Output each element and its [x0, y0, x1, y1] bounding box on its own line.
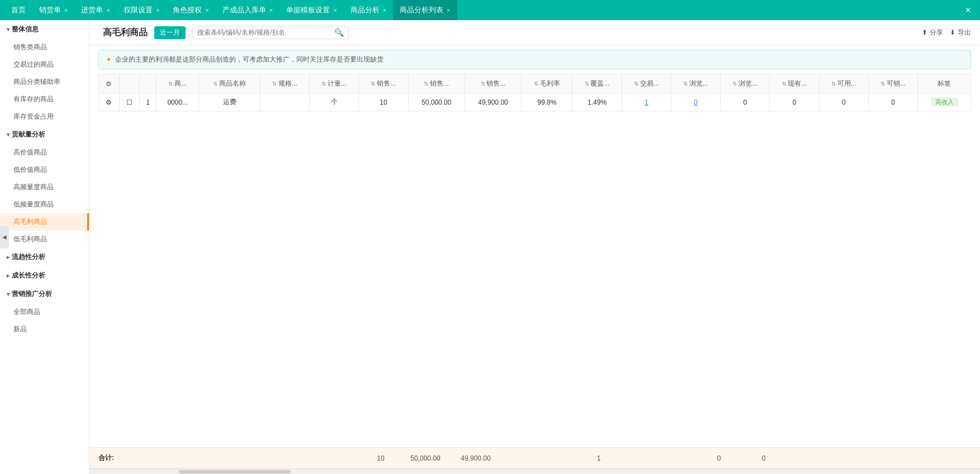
nav-tab-role[interactable]: 角色授权× — [166, 0, 215, 20]
nav-tab-home[interactable]: 首页 — [4, 0, 32, 20]
sidebar-group-wealth[interactable]: ▾贡献量分析 — [0, 125, 89, 144]
row-browse1-link[interactable]: 0 — [694, 98, 698, 106]
sidebar-item-high-margin[interactable]: 高毛利商品 — [0, 213, 89, 231]
sidebar-item-new-goods[interactable]: 新品 — [0, 321, 89, 338]
row-sales-cost: 49,900.00 — [465, 93, 521, 111]
nav-tab-sales[interactable]: 销货单× — [32, 0, 74, 20]
bottom-scrollbar[interactable] — [89, 468, 980, 474]
sidebar-item-traded-goods[interactable]: 交易过的商品 — [0, 56, 89, 73]
sidebar-group-arrow-growth: ▸ — [7, 273, 10, 279]
row-current: 0 — [770, 93, 819, 111]
scrollbar-thumb[interactable] — [179, 470, 291, 473]
row-spec — [260, 93, 309, 111]
row-trade[interactable]: 1 — [622, 93, 671, 111]
sidebar-item-low-value[interactable]: 低价值商品 — [0, 161, 89, 179]
col-header-sales-cost[interactable]: 销售... — [465, 74, 521, 93]
col-header-available[interactable]: 可用... — [819, 74, 868, 93]
sidebar-item-all-goods[interactable]: 全部商品 — [0, 303, 89, 321]
sidebar-group-arrow-wealth: ▾ — [7, 132, 10, 138]
export-button[interactable]: ⬇ 导出 — [950, 28, 971, 37]
footer-cell-5 — [283, 454, 322, 462]
sidebar-item-stock-capital[interactable]: 库存资金占用 — [0, 108, 89, 125]
share-icon: ⬆ — [922, 29, 927, 36]
row-available: 0 — [819, 93, 868, 111]
footer-cell-8: 50,000.00 — [400, 454, 451, 462]
search-input[interactable] — [197, 29, 334, 36]
col-header-sales-qty[interactable]: 销售... — [359, 74, 408, 93]
col-header-sales-amount[interactable]: 销售... — [408, 74, 465, 93]
sidebar-group-label-marketing: 营销推广分析 — [12, 289, 52, 299]
nav-tab-template[interactable]: 单据模板设置× — [280, 0, 343, 20]
col-header-unit[interactable]: 计量... — [310, 74, 359, 93]
search-icon[interactable]: 🔍 — [334, 28, 344, 37]
sidebar-group-label-wealth: 贡献量分析 — [12, 130, 45, 139]
nav-tab-close-permission[interactable]: × — [156, 7, 159, 13]
row-sellable: 0 — [868, 93, 917, 111]
nav-tab-analysis[interactable]: 商品分析× — [344, 0, 393, 20]
sidebar-item-low-freq[interactable]: 低频量度商品 — [0, 196, 89, 213]
footer-cell-18 — [831, 454, 864, 462]
sidebar-item-low-margin[interactable]: 低毛利商品 — [0, 231, 89, 248]
footer-cell-7: 10 — [361, 454, 400, 462]
footer-cell-13 — [618, 454, 657, 462]
page-title: 高毛利商品 — [103, 27, 148, 39]
footer-cell-3 — [182, 454, 216, 462]
nav-tab-purchase[interactable]: 进货单× — [74, 0, 116, 20]
info-banner: ✦ 企业的主要的利润都是这部分商品创造的，可考虑加大推广，同时关注库存是否要出现… — [98, 50, 971, 69]
nav-tab-close-role[interactable]: × — [205, 7, 209, 13]
nav-tab-close-template[interactable]: × — [333, 7, 337, 13]
nav-tab-label: 单据模板设置 — [286, 5, 330, 15]
col-header-sellable[interactable]: 可销... — [868, 74, 917, 93]
row-margin-rate: 99.8% — [522, 93, 572, 111]
sidebar-item-category-assist[interactable]: 商品分类辅助率 — [0, 73, 89, 91]
tag-badge: 高收入 — [931, 97, 958, 106]
share-button[interactable]: ⬆ 分享 — [922, 28, 943, 37]
sidebar-collapse-button[interactable]: ◀ — [0, 226, 9, 248]
footer-cell-1 — [149, 454, 165, 462]
settings-icon[interactable]: ⚙ — [99, 93, 120, 111]
sidebar-group-overall[interactable]: ▾整体信息 — [0, 20, 89, 39]
table-row: ⚙☐10000...运费个1050,000.0049,900.0099.8%1.… — [99, 93, 971, 111]
footer-cell-10 — [501, 454, 540, 462]
col-header-browse1[interactable]: 浏览... — [671, 74, 720, 93]
col-header-settings: ⚙ — [99, 74, 120, 93]
sidebar-item-sales-goods[interactable]: 销售类商品 — [0, 39, 89, 56]
nav-tab-permission[interactable]: 权限设置× — [117, 0, 166, 20]
row-cover: 1.49% — [572, 93, 622, 111]
nav-tab-close-sales[interactable]: × — [64, 7, 68, 13]
row-browse1[interactable]: 0 — [671, 93, 720, 111]
search-box: 🔍 — [192, 26, 349, 39]
close-all-button[interactable]: × — [960, 4, 976, 16]
footer-total-label: 合计: — [98, 453, 132, 463]
col-header-cover[interactable]: 覆盖... — [572, 74, 622, 93]
sidebar-group-growth[interactable]: ▸成长性分析 — [0, 266, 89, 285]
footer-cell-0 — [132, 454, 149, 462]
sidebar-group-marketing[interactable]: ▾营销推广分析 — [0, 285, 89, 303]
col-header-tag: 标签 — [918, 74, 971, 93]
row-trade-link[interactable]: 1 — [645, 98, 648, 106]
nav-tab-label: 商品分析列表 — [400, 5, 443, 15]
sidebar-item-high-freq[interactable]: 高频量度商品 — [0, 179, 89, 196]
row-checkbox[interactable]: ☐ — [119, 93, 140, 111]
col-header-name[interactable]: 商品名称 — [199, 74, 261, 93]
col-header-code[interactable]: 商... — [157, 74, 199, 93]
col-header-num — [140, 74, 157, 93]
col-header-spec[interactable]: 规格... — [260, 74, 309, 93]
col-header-trade[interactable]: 交易... — [622, 74, 671, 93]
time-filter-button[interactable]: 近一月 — [154, 26, 186, 39]
nav-tab-label: 商品分析 — [351, 5, 380, 15]
col-header-margin-rate[interactable]: 毛利率 — [522, 74, 572, 93]
row-unit: 个 — [310, 93, 359, 111]
sidebar-item-stocked-goods[interactable]: 有库存的商品 — [0, 91, 89, 108]
nav-tab-close-analysis[interactable]: × — [383, 7, 386, 13]
sidebar-item-high-value[interactable]: 高价值商品 — [0, 144, 89, 161]
nav-tab-analysis-list[interactable]: 商品分析列表× — [393, 0, 457, 20]
col-header-browse2[interactable]: 浏览... — [721, 74, 770, 93]
col-header-current[interactable]: 现有... — [770, 74, 819, 93]
sidebar-group-trend[interactable]: ▸流趋性分析 — [0, 248, 89, 266]
nav-tab-close-analysis-list[interactable]: × — [447, 7, 450, 13]
nav-tab-close-product-entry[interactable]: × — [269, 7, 273, 13]
nav-tab-close-purchase[interactable]: × — [106, 7, 110, 13]
sidebar-group-arrow-marketing: ▾ — [7, 291, 10, 297]
nav-tab-product-entry[interactable]: 产成品入库单× — [216, 0, 280, 20]
